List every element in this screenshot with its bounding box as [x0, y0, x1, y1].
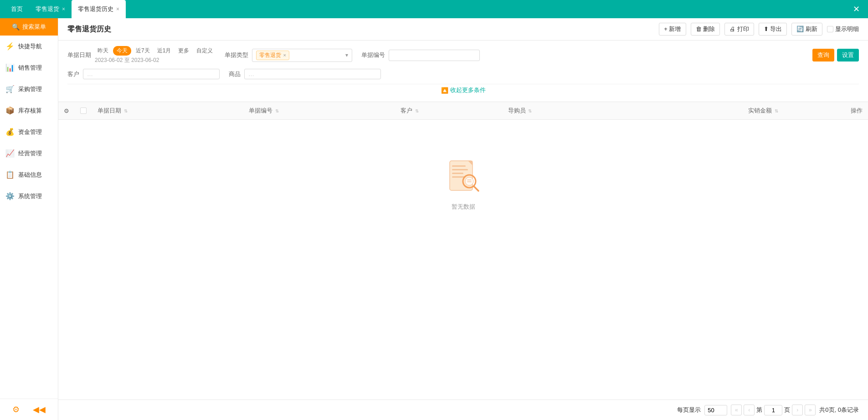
- empty-illustration: [443, 156, 484, 197]
- page-input[interactable]: [764, 405, 782, 415]
- tab-home[interactable]: 首页: [5, 0, 29, 18]
- page-label: 第: [756, 406, 762, 414]
- th-date[interactable]: 单据日期 ⇅: [92, 102, 243, 120]
- finance-icon: 💰: [5, 128, 15, 136]
- purchase-icon: 🛒: [5, 85, 15, 93]
- tab-retail-return[interactable]: 零售退货 ×: [29, 0, 72, 18]
- type-filter: 单据类型 零售退货 × ▾: [225, 49, 352, 62]
- sidebar-search-label: 搜索菜单: [22, 23, 46, 31]
- sidebar-item-operations[interactable]: 📈 经营管理: [0, 143, 58, 164]
- settings-icon[interactable]: ⚙: [12, 405, 20, 415]
- sidebar-footer: ⚙ ◀◀: [0, 399, 58, 420]
- next-page-btn[interactable]: ›: [792, 405, 803, 415]
- operations-label: 经营管理: [18, 149, 42, 158]
- sidebar-item-sales[interactable]: 📊 销售管理: [0, 57, 58, 78]
- prev-page-btn[interactable]: ‹: [744, 405, 755, 415]
- voucher-filter: 单据编号: [361, 50, 480, 61]
- sidebar-item-finance[interactable]: 💰 资金管理: [0, 121, 58, 143]
- display-toggle[interactable]: 显示明细: [827, 25, 859, 33]
- header-actions: + 新增 🗑 删除 🖨 打印 ⬆ 导出 🔄 刷新 显示明细: [659, 23, 859, 36]
- type-input[interactable]: 零售退货 × ▾: [252, 49, 352, 62]
- th-gear[interactable]: ⚙: [58, 102, 75, 120]
- svg-line-7: [474, 186, 478, 191]
- sidebar-item-basic-info[interactable]: 📋 基础信息: [0, 164, 58, 185]
- table-wrapper: ⚙ 单据日期 ⇅ 单据编号 ⇅: [58, 102, 868, 400]
- type-tag-close[interactable]: ×: [283, 52, 286, 58]
- date-opt-1month[interactable]: 近1月: [154, 46, 174, 56]
- th-customer[interactable]: 客户 ⇅: [395, 102, 503, 120]
- sidebar-item-purchase[interactable]: 🛒 采购管理: [0, 78, 58, 100]
- date-opt-yesterday[interactable]: 昨天: [95, 46, 111, 56]
- filter-row-1: 单据日期 昨天 今天 近7天 近1月 更多 自定义 2023-06-02 至 2…: [67, 46, 859, 64]
- sort-date-icon: ⇅: [124, 108, 128, 113]
- export-button[interactable]: ⬆ 导出: [759, 23, 787, 36]
- table-area: ⚙ 单据日期 ⇅ 单据编号 ⇅: [58, 102, 868, 420]
- date-opt-more[interactable]: 更多: [175, 46, 192, 56]
- date-option-group: 昨天 今天 近7天 近1月 更多 自定义: [95, 46, 216, 56]
- refresh-button[interactable]: 🔄 刷新: [791, 23, 822, 36]
- th-action: 操作: [784, 102, 868, 120]
- last-page-btn[interactable]: »: [805, 405, 816, 415]
- customer-label: 客户: [67, 70, 79, 78]
- voucher-input[interactable]: [389, 50, 480, 61]
- display-toggle-checkbox[interactable]: [827, 26, 833, 32]
- action-buttons: 查询 设置: [812, 49, 859, 61]
- th-checkbox[interactable]: [75, 102, 92, 120]
- audio-icon[interactable]: ◀◀: [33, 405, 46, 415]
- collapse-up-icon: 🔼: [441, 87, 448, 94]
- svg-point-6: [465, 177, 473, 185]
- sidebar-item-inventory[interactable]: 📦 库存核算: [0, 100, 58, 121]
- date-opt-today[interactable]: 今天: [113, 46, 131, 56]
- goods-placeholder: …: [248, 71, 254, 77]
- basic-info-icon: 📋: [5, 170, 15, 179]
- type-tag: 零售退货 ×: [256, 51, 289, 60]
- th-guide[interactable]: 导购员 ⇅: [503, 102, 632, 120]
- svg-rect-2: [452, 169, 468, 170]
- collapse-button[interactable]: 🔼 收起更多条件: [67, 84, 859, 96]
- delete-button[interactable]: 🗑 删除: [691, 23, 720, 36]
- goods-input[interactable]: …: [244, 69, 381, 79]
- sidebar-item-system[interactable]: ⚙️ 系统管理: [0, 185, 58, 207]
- voucher-label: 单据编号: [361, 51, 385, 59]
- table-header-row: ⚙ 单据日期 ⇅ 单据编号 ⇅: [58, 102, 868, 120]
- pagination: 每页显示 20 50 100 200 « ‹ 第 页 › »: [58, 400, 868, 420]
- close-tab-retail-return-history[interactable]: ×: [116, 6, 119, 12]
- tab-retail-return-history[interactable]: 零售退货历史 ×: [72, 0, 126, 18]
- customer-filter: 客户 …: [67, 69, 220, 79]
- date-opt-7days[interactable]: 近7天: [133, 46, 153, 56]
- print-button[interactable]: 🖨 打印: [724, 23, 754, 36]
- date-label: 单据日期: [67, 51, 91, 59]
- collapse-label: 收起更多条件: [450, 86, 486, 94]
- th-amount[interactable]: 实销金额 ⇅: [632, 102, 783, 120]
- inventory-icon: 📦: [5, 106, 15, 115]
- first-page-btn[interactable]: «: [731, 405, 742, 415]
- per-page-select[interactable]: 20 50 100 200: [704, 405, 727, 415]
- sidebar-item-shortcuts[interactable]: ⚡ 快捷导航: [0, 36, 58, 57]
- date-opt-custom[interactable]: 自定义: [194, 46, 216, 56]
- header-checkbox[interactable]: [80, 108, 87, 114]
- sort-guide-icon: ⇅: [528, 108, 532, 113]
- pagination-summary: 共0页, 0条记录: [819, 406, 859, 414]
- close-tab-retail-return[interactable]: ×: [62, 6, 65, 12]
- date-range-display: 2023-06-02 至 2023-06-02: [95, 56, 216, 64]
- system-icon: ⚙️: [5, 192, 15, 200]
- top-bar: 首页 零售退货 × 零售退货历史 × ✕: [0, 0, 868, 18]
- main-layout: 🔍 搜索菜单 ⚡ 快捷导航 📊 销售管理 🛒 采购管理 📦 库存核算 💰 资金管…: [0, 18, 868, 420]
- sidebar-search[interactable]: 🔍 搜索菜单: [0, 18, 58, 36]
- page-header: 零售退货历史 + 新增 🗑 删除 🖨 打印 ⬆ 导出 🔄 刷新 显示明细: [58, 18, 868, 41]
- system-label: 系统管理: [18, 192, 42, 200]
- add-button[interactable]: + 新增: [659, 23, 686, 36]
- sort-customer-icon: ⇅: [415, 108, 419, 113]
- settings-button[interactable]: 设置: [837, 49, 859, 61]
- per-page-select-wrapper: 20 50 100 200: [704, 405, 727, 415]
- per-page-label: 每页显示: [677, 406, 701, 414]
- operations-icon: 📈: [5, 149, 15, 158]
- close-all-button[interactable]: ✕: [849, 4, 863, 14]
- svg-rect-1: [452, 165, 466, 167]
- type-dropdown-icon[interactable]: ▾: [345, 52, 348, 58]
- customer-input[interactable]: …: [83, 69, 220, 79]
- th-voucher[interactable]: 单据编号 ⇅: [243, 102, 395, 120]
- query-button[interactable]: 查询: [812, 49, 834, 61]
- display-toggle-label: 显示明细: [835, 25, 859, 33]
- finance-label: 资金管理: [18, 128, 42, 136]
